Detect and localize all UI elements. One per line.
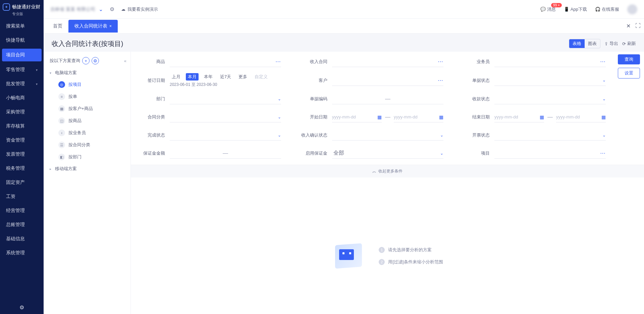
scheme-settings-button[interactable]: ⚙ xyxy=(92,57,99,64)
settings-button[interactable]: 设置 xyxy=(618,68,640,78)
input-salesman[interactable]: ⋯ xyxy=(494,56,606,67)
input-income-contract[interactable]: ⋯ xyxy=(332,56,443,67)
sidebar-item-project[interactable]: 项目合同 xyxy=(2,49,42,61)
input-end-date-to[interactable]: yyyy-mm-dd▦ xyxy=(556,112,606,122)
input-customer[interactable]: ⋯ xyxy=(332,75,443,86)
dtag-last-month[interactable]: 上月 xyxy=(170,73,182,81)
ellipsis-icon: ⋯ xyxy=(600,58,606,65)
collapse-filters[interactable]: ︽ 收起更多条件 xyxy=(131,165,644,177)
input-start-date-to[interactable]: yyyy-mm-dd▦ xyxy=(394,112,443,122)
input-complete-status[interactable]: ⌄ xyxy=(170,130,281,141)
tree-item-byproj[interactable]: ◎按项目 xyxy=(48,78,128,91)
view-table[interactable]: 表格 xyxy=(569,39,585,48)
export-icon: ⇪ xyxy=(604,41,608,46)
view-chart[interactable]: 图表 xyxy=(585,39,600,48)
tree-item-bydept[interactable]: ◧按部门 xyxy=(48,151,128,163)
input-doc-no[interactable]: — xyxy=(332,94,443,104)
input-doc-status[interactable]: ⌄ xyxy=(494,75,606,86)
refresh-button[interactable]: ⟳刷新 xyxy=(622,41,636,47)
input-confirm-status[interactable]: ⌄ xyxy=(332,130,443,141)
tab-report[interactable]: 收入合同统计表× xyxy=(68,20,118,33)
label-customer: 客户 xyxy=(301,77,327,84)
sidebar-item-stock[interactable]: 库存核算 xyxy=(0,119,44,133)
sidebar-item-retail[interactable]: 零售管理▾ xyxy=(0,63,44,77)
page-title: 收入合同统计表(按项目) xyxy=(52,39,123,48)
filter-area: 商品⋯ 收入合同⋯ 业务员⋯ 签订日期 上月 本月 本年 xyxy=(131,52,614,165)
chevron-down-icon: ⌄ xyxy=(440,151,443,156)
tab-home[interactable]: 首页 xyxy=(47,20,68,33)
brand-logo: ✦ 畅捷通好业财 xyxy=(0,0,44,11)
close-all-icon[interactable]: ✕ xyxy=(626,23,631,29)
chevron-down-icon: ⌄ xyxy=(602,97,606,101)
input-invoice-status[interactable]: ⌄ xyxy=(494,130,606,141)
tree-item-bycustprod[interactable]: ▦按客户+商品 xyxy=(48,103,128,115)
refresh-icon: ⟳ xyxy=(622,41,626,46)
step-1-badge: 1 xyxy=(379,247,385,253)
tree-item-byprod[interactable]: ◫按商品 xyxy=(48,115,128,127)
sidebar-item-biz[interactable]: 经营管理 xyxy=(0,204,44,218)
step-1-text: 请先选择要分析的方案 xyxy=(388,247,432,253)
chevron-icon: ▸ xyxy=(50,167,53,171)
label-salesman: 业务员 xyxy=(464,59,490,65)
sidebar-item-salary[interactable]: 工资 xyxy=(0,190,44,204)
sidebar-item-tax[interactable]: 税务管理 xyxy=(0,161,44,175)
sidebar-item-base[interactable]: 基础信息 xyxy=(0,232,44,246)
sidebar-item-wholesale[interactable]: 批发管理▾ xyxy=(0,77,44,91)
close-icon[interactable]: × xyxy=(109,24,112,29)
add-scheme-button[interactable]: + xyxy=(82,57,90,64)
chevron-down-icon[interactable]: ⌄ xyxy=(99,6,103,12)
messages[interactable]: 💬 消息 99 + xyxy=(540,6,556,12)
tree-group-mobile[interactable]: ▸移动端方案 xyxy=(48,163,128,174)
input-receipt-status[interactable]: ⌄ xyxy=(494,94,606,104)
org-settings-icon[interactable]: ⚙ xyxy=(110,6,114,12)
scheme-icon: ◫ xyxy=(58,117,65,124)
avatar[interactable] xyxy=(627,4,637,14)
input-project[interactable]: ⋯ xyxy=(494,148,606,159)
export-button[interactable]: ⇪导出 xyxy=(604,41,618,47)
scheme-icon: ⫞ xyxy=(58,129,65,136)
scheme-icon: ☰ xyxy=(58,142,65,148)
online-service[interactable]: 🎧 在线客服 xyxy=(595,6,619,12)
tree-item-bydoc[interactable]: ≡按单 xyxy=(48,91,128,103)
sidebar-item-purchase[interactable]: 采购管理 xyxy=(0,105,44,119)
cloud-icon: ☁ xyxy=(121,7,125,12)
input-contract-cat[interactable]: ⌄ xyxy=(170,112,281,122)
dtag-custom[interactable]: 自定义 xyxy=(253,73,270,81)
sidebar-item-sys[interactable]: 系统管理 xyxy=(0,246,44,260)
label-project: 项目 xyxy=(464,150,490,156)
sidebar-item-asset[interactable]: 固定资产 xyxy=(0,175,44,190)
input-dept[interactable]: ⌄ xyxy=(170,94,281,104)
collapse-panel-icon[interactable]: « xyxy=(124,58,126,63)
sidebar-item-ecom[interactable]: 小畅电商 xyxy=(0,91,44,105)
sidebar-item-gl[interactable]: 总账管理 xyxy=(0,218,44,232)
sidebar-item-invoice[interactable]: 发票管理 xyxy=(0,147,44,161)
dtag-last7[interactable]: 近7天 xyxy=(218,73,233,81)
fullscreen-icon[interactable]: ⛶ xyxy=(635,23,641,29)
chevron-down-icon: ⌄ xyxy=(278,97,281,101)
input-deposit-amt[interactable]: — xyxy=(170,148,281,159)
page-header: 收入合同统计表(按项目) 表格 图表 ⇪导出 ⟳刷新 xyxy=(44,34,644,52)
dtag-this-year[interactable]: 本年 xyxy=(202,73,215,81)
input-product[interactable]: ⋯ xyxy=(170,56,281,67)
tree-group-pc[interactable]: ▾电脑端方案 xyxy=(48,67,128,78)
chevron-icon: ▾ xyxy=(50,71,53,75)
scheme-icon: ▦ xyxy=(58,105,65,112)
label-dept: 部门 xyxy=(139,96,165,102)
badge: 99 + xyxy=(551,3,562,7)
sidebar-settings[interactable]: ⚙ xyxy=(0,301,44,314)
input-end-date-from[interactable]: yyyy-mm-dd▦ xyxy=(494,112,544,122)
sidebar-item-search[interactable]: 搜索菜单 xyxy=(0,19,44,33)
dtag-this-month[interactable]: 本月 xyxy=(186,73,199,81)
app-download[interactable]: 📱 App下载 xyxy=(564,6,587,12)
sidebar-item-quick[interactable]: 快捷导航 xyxy=(0,33,44,47)
org-selector[interactable]: 吉林省 某某 有限公司 xyxy=(50,6,95,12)
tree-item-bysales[interactable]: ⫞按业务员 xyxy=(48,127,128,139)
query-button[interactable]: 查询 xyxy=(618,54,640,64)
input-deposit-enable[interactable]: 全部⌄ xyxy=(332,148,443,159)
sidebar-item-fund[interactable]: 资金管理 xyxy=(0,133,44,147)
label-end-date: 结束日期 xyxy=(464,114,490,120)
dtag-more[interactable]: 更多 xyxy=(236,73,249,81)
input-start-date-from[interactable]: yyyy-mm-dd▦ xyxy=(332,112,382,122)
demo-link[interactable]: ☁ 我要看实例演示 xyxy=(121,6,158,12)
tree-item-bycat[interactable]: ☰按合同分类 xyxy=(48,139,128,151)
